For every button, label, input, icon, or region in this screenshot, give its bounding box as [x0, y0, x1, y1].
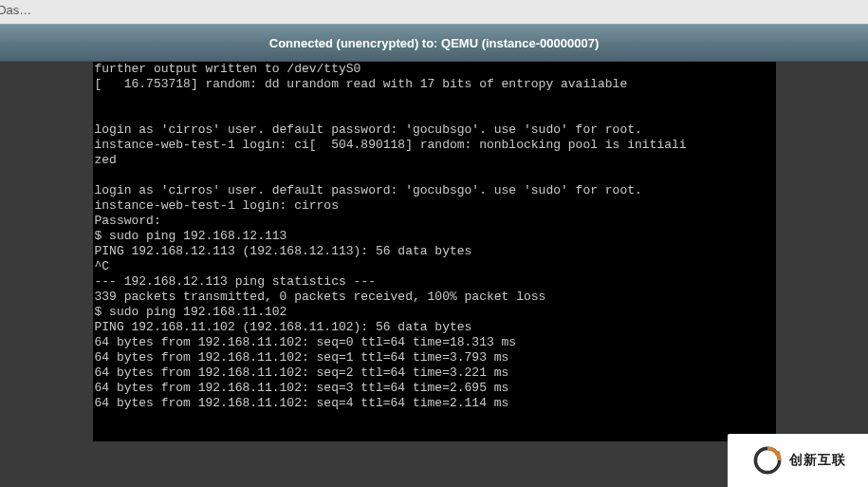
tab-item[interactable]: : Das… [0, 3, 31, 17]
connection-status-text: Connected (unencrypted) to: QEMU (instan… [269, 36, 599, 50]
watermark-text: 创新互联 [789, 452, 846, 469]
vnc-status-bar: Connected (unencrypted) to: QEMU (instan… [0, 24, 868, 62]
console-area: further output written to /dev/ttyS0 [ 1… [0, 62, 868, 487]
tab-bar: : Das… [0, 0, 868, 24]
brand-icon [750, 443, 785, 478]
vnc-console[interactable]: further output written to /dev/ttyS0 [ 1… [93, 62, 776, 441]
watermark-logo: 创新互联 [728, 434, 868, 487]
svg-point-1 [775, 451, 780, 456]
